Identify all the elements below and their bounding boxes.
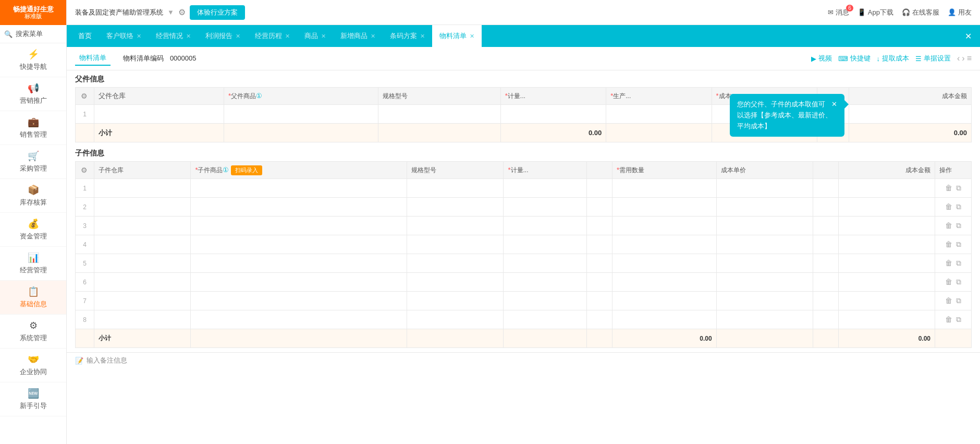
child-row-2-spec[interactable] [407, 198, 504, 217]
child-row-3-qty[interactable] [612, 217, 716, 235]
child-row-7-qty[interactable] [612, 292, 716, 310]
sidebar-item-inventory[interactable]: 📦 库存核算 [0, 179, 66, 213]
child-row-7-warehouse[interactable] [94, 292, 191, 310]
close-all-icon[interactable]: ✕ [961, 31, 976, 41]
child-row-6-spec[interactable] [407, 273, 504, 292]
trial-button[interactable]: 体验行业方案 [190, 5, 245, 20]
sidebar-item-sales[interactable]: 💼 销售管理 [0, 111, 66, 145]
parent-row-1-product[interactable] [224, 105, 378, 124]
sidebar-item-finance[interactable]: 💰 资金管理 [0, 213, 66, 247]
child-row-4-unit-cost[interactable] [716, 235, 813, 254]
child-row-3-spec[interactable] [407, 217, 504, 235]
tab-product-close[interactable]: ✕ [321, 33, 326, 40]
tab-customer[interactable]: 客户联络 ✕ [99, 25, 149, 47]
video-action[interactable]: ▶ 视频 [811, 54, 832, 63]
child-row-2-unit-cost[interactable] [716, 198, 813, 217]
child-row-2-copy-icon[interactable]: ⧉ [956, 202, 961, 211]
child-row-6-product[interactable] [191, 273, 407, 292]
sys-dropdown-icon[interactable]: ▼ [167, 8, 174, 16]
child-row-4-product[interactable] [191, 235, 407, 254]
child-row-6-delete-icon[interactable]: 🗑 [945, 278, 952, 286]
doc-settings-action[interactable]: ☰ 单据设置 [915, 54, 951, 63]
message-item[interactable]: ✉ 6 消息 [828, 8, 849, 17]
child-row-3-unit[interactable] [504, 217, 587, 235]
child-row-1-product[interactable] [191, 179, 407, 198]
parent-gear-btn[interactable]: ⚙ [80, 91, 89, 101]
tab-product[interactable]: 商品 ✕ [297, 25, 333, 47]
child-row-3-warehouse[interactable] [94, 217, 191, 235]
child-row-4-qty[interactable] [612, 235, 716, 254]
child-row-8-unit[interactable] [504, 310, 587, 329]
tab-operations-close[interactable]: ✕ [186, 33, 191, 40]
sidebar-item-purchase[interactable]: 🛒 采购管理 [0, 145, 66, 179]
sidebar-item-operations[interactable]: 📊 经营管理 [0, 247, 66, 281]
child-row-1-delete-icon[interactable]: 🗑 [945, 184, 952, 192]
next-arrow[interactable]: › [962, 54, 964, 63]
child-row-6-copy-icon[interactable]: ⧉ [956, 278, 961, 286]
child-row-1-unit-cost[interactable] [716, 179, 813, 198]
child-row-5-unit-cost[interactable] [716, 254, 813, 273]
sidebar-item-quick-nav[interactable]: ⚡ 快捷导航 [0, 43, 66, 77]
child-row-2-unit[interactable] [504, 198, 587, 217]
parent-row-1-produce[interactable] [606, 105, 712, 124]
sidebar-item-search[interactable]: 🔍 搜索菜单 [0, 25, 66, 43]
tab-barcode-close[interactable]: ✕ [420, 33, 425, 40]
child-row-7-spec[interactable] [407, 292, 504, 310]
child-row-7-copy-icon[interactable]: ⧉ [956, 296, 961, 305]
scan-input-btn[interactable]: 扫码录入 [231, 165, 262, 175]
child-row-5-spec[interactable] [407, 254, 504, 273]
online-service-item[interactable]: 🎧 在线客服 [902, 8, 939, 17]
tab-customer-close[interactable]: ✕ [137, 33, 141, 40]
child-row-6-qty[interactable] [612, 273, 716, 292]
child-row-4-spec[interactable] [407, 235, 504, 254]
settings-icon[interactable]: ⚙ [178, 7, 186, 17]
child-row-3-delete-icon[interactable]: 🗑 [945, 221, 952, 230]
child-row-4-unit[interactable] [504, 235, 587, 254]
child-row-7-unit-cost[interactable] [716, 292, 813, 310]
child-row-6-unit-cost[interactable] [716, 273, 813, 292]
child-row-3-copy-icon[interactable]: ⧉ [956, 221, 961, 230]
child-row-5-copy-icon[interactable]: ⧉ [956, 259, 961, 267]
child-row-8-product[interactable] [191, 310, 407, 329]
child-row-8-unit-cost[interactable] [716, 310, 813, 329]
sidebar-item-collab[interactable]: 🤝 企业协同 [0, 349, 66, 382]
tab-history[interactable]: 经营历程 ✕ [248, 25, 297, 47]
parent-row-1-spec[interactable] [378, 105, 501, 124]
child-gear-btn[interactable]: ⚙ [80, 165, 89, 175]
tab-profit[interactable]: 利润报告 ✕ [198, 25, 248, 47]
sidebar-item-system[interactable]: ⚙ 系统管理 [0, 315, 66, 349]
child-row-6-warehouse[interactable] [94, 273, 191, 292]
child-row-4-warehouse[interactable] [94, 235, 191, 254]
child-row-8-copy-icon[interactable]: ⧉ [956, 315, 961, 323]
tab-operations[interactable]: 经营情况 ✕ [149, 25, 198, 47]
child-row-3-unit-cost[interactable] [716, 217, 813, 235]
sidebar-item-marketing[interactable]: 📢 营销推广 [0, 77, 66, 111]
parent-row-1-unit[interactable] [500, 105, 606, 124]
child-row-8-spec[interactable] [407, 310, 504, 329]
child-row-4-delete-icon[interactable]: 🗑 [945, 240, 952, 248]
user-item[interactable]: 👤 用友 [948, 8, 972, 17]
tab-history-close[interactable]: ✕ [285, 33, 290, 40]
child-row-5-delete-icon[interactable]: 🗑 [945, 259, 952, 267]
child-row-5-product[interactable] [191, 254, 407, 273]
tab-home[interactable]: 首页 [71, 25, 99, 47]
child-row-1-unit[interactable] [504, 179, 587, 198]
child-row-8-qty[interactable] [612, 310, 716, 329]
tab-barcode[interactable]: 条码方案 ✕ [383, 25, 432, 47]
child-row-7-delete-icon[interactable]: 🗑 [945, 296, 952, 305]
tab-bom-close[interactable]: ✕ [470, 33, 474, 40]
tab-new-product[interactable]: 新增商品 ✕ [333, 25, 383, 47]
child-row-6-unit[interactable] [504, 273, 587, 292]
child-row-1-copy-icon[interactable]: ⧉ [956, 184, 961, 192]
prev-arrow[interactable]: ‹ [957, 54, 960, 63]
child-row-5-qty[interactable] [612, 254, 716, 273]
child-row-1-spec[interactable] [407, 179, 504, 198]
extract-cost-action[interactable]: ↓ 提取成本 [877, 54, 910, 63]
child-row-2-warehouse[interactable] [94, 198, 191, 217]
child-row-1-warehouse[interactable] [94, 179, 191, 198]
parent-row-1-warehouse[interactable] [94, 105, 224, 124]
child-row-4-copy-icon[interactable]: ⧉ [956, 240, 961, 248]
page-tab-bom-code[interactable]: 物料清单编码 0000005 [119, 52, 201, 65]
tab-new-product-close[interactable]: ✕ [371, 33, 375, 40]
tab-profit-close[interactable]: ✕ [236, 33, 240, 40]
